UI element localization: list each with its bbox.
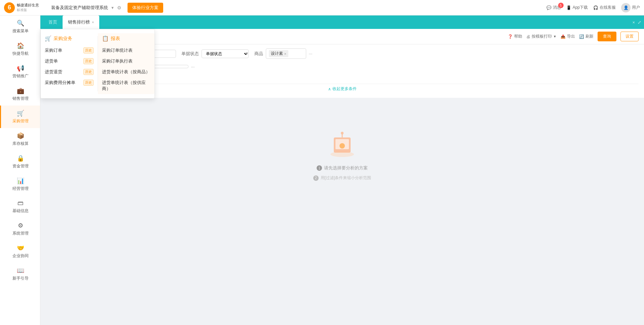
sidebar-label-search: 搜索菜单 <box>12 28 29 34</box>
top-bar: 6 畅捷通好生意 标准版 装备及固定资产辅助管理系统 ▼ ⚙ 体验行业方案 💬 … <box>0 0 644 15</box>
sidebar-label-sales: 销售管理 <box>12 96 29 101</box>
sidebar-label-system: 系统管理 <box>12 231 29 236</box>
report-header-icon: 📋 <box>102 35 109 42</box>
sidebar-item-sales[interactable]: 💼 销售管理 <box>0 83 40 106</box>
sidebar-label-capital: 资金管理 <box>12 163 29 169</box>
purchase-header: 🛒 采购业务 <box>45 33 94 45</box>
sidebar-item-operation[interactable]: 📊 经营管理 <box>0 173 40 196</box>
user-item[interactable]: 👤 用户 <box>621 3 640 12</box>
settings-button[interactable]: 设置 <box>620 32 639 41</box>
hint1-number: 1 <box>317 165 322 171</box>
tab-home[interactable]: 首页 <box>43 15 63 29</box>
sidebar-item-marketing[interactable]: 📢 营销推广 <box>0 60 40 83</box>
sidebar-item-capital[interactable]: 🔒 资金管理 <box>0 151 40 173</box>
cart-icon: 🛒 <box>17 110 24 117</box>
dropdown-cols: 🛒 采购业务 采购订单 历史 进货单 历史 进货退货 历史 采购费用分摊单 历史 <box>41 33 154 94</box>
filter-status: 单据状态 单据状态 ▼ <box>181 49 249 58</box>
home-icon: 🏠 <box>17 42 24 49</box>
purchase-order-stats-label: 采购订单统计表 <box>102 47 133 53</box>
sidebar-label-basic: 基础信息 <box>12 208 29 214</box>
refresh-icon: 🔄 <box>579 34 584 39</box>
print-button[interactable]: 🖨 按模板打印 ▼ <box>526 34 557 39</box>
system-title-text: 装备及固定资产辅助管理系统 <box>51 5 108 11</box>
empty-illustration <box>325 127 359 161</box>
hint2-text: 用[过滤]条件来缩小分析范围 <box>321 175 371 181</box>
goods-label: 商品 <box>254 51 263 57</box>
help-icon: ❓ <box>508 34 513 39</box>
purchase-order-stats-item[interactable]: 采购订单统计表 <box>102 45 151 56</box>
settings-icon[interactable]: ⚙ <box>117 5 121 10</box>
export-label: 导出 <box>567 34 575 39</box>
purchase-return-item[interactable]: 进货退货 历史 <box>45 67 94 77</box>
purchase-return-label: 进货退货 <box>45 69 62 75</box>
app-download-item[interactable]: 📱 App下载 <box>566 5 588 10</box>
box-icon: 📦 <box>17 132 24 139</box>
purchase-order-exec-item[interactable]: 采购订单执行表 <box>102 56 151 67</box>
purchase-header-label: 采购业务 <box>53 36 72 42</box>
purchase-expense-history: 历史 <box>83 80 94 86</box>
collapse-icon: ∧ <box>328 87 331 91</box>
service-label: 在线客服 <box>600 5 616 10</box>
help-label: 帮助 <box>514 34 522 39</box>
receipt-stats-goods-item[interactable]: 进货单统计表（按商品） <box>102 67 151 77</box>
sidebar-item-purchase[interactable]: 🛒 采购管理 <box>0 106 40 128</box>
notification-item[interactable]: 💬 消息 5 <box>546 5 561 10</box>
report-header: 📋 报表 <box>102 33 151 45</box>
sidebar-item-search[interactable]: 🔍 搜索菜单 <box>0 15 40 38</box>
user-label: 用户 <box>632 5 640 10</box>
help-button[interactable]: ❓ 帮助 <box>508 34 522 39</box>
empty-svg <box>325 127 359 161</box>
sidebar-item-system[interactable]: ⚙ 系统管理 <box>0 218 40 240</box>
filter-goods: 商品 设计素 × ··· <box>254 48 313 59</box>
tab-expand-area: × ⤢ <box>632 20 641 25</box>
top-right: 💬 消息 5 📱 App下载 🎧 在线客服 👤 用户 <box>546 3 640 12</box>
tab-bar: 首页 销售排行榜 × × ⤢ <box>40 15 644 29</box>
receipt-stats-supplier-label: 进货单统计表（按供应商） <box>102 80 151 92</box>
purchase-receipt-label: 进货单 <box>45 58 58 64</box>
window-expand-icon[interactable]: ⤢ <box>638 20 641 25</box>
dropdown-arrow-icon[interactable]: ▼ <box>111 6 114 10</box>
sidebar: 🔍 搜索菜单 🏠 快捷导航 📢 营销推广 💼 销售管理 🛒 采购管理 📦 库存核… <box>0 15 40 325</box>
report-col: 📋 报表 采购订单统计表 采购订单执行表 进货单统计表（按商品） 进货单统计表（… <box>98 33 155 94</box>
collapse-button[interactable]: ∧ 收起更多条件 <box>326 84 359 94</box>
goods-input[interactable]: 设计素 × <box>266 48 306 59</box>
purchase-order-exec-label: 采购订单执行表 <box>102 58 133 64</box>
query-button[interactable]: 查询 <box>598 32 616 41</box>
sidebar-item-enterprise[interactable]: 🤝 企业协同 <box>0 240 40 263</box>
trial-button[interactable]: 体验行业方案 <box>128 3 163 13</box>
purchase-order-item[interactable]: 采购订单 历史 <box>45 45 94 56</box>
tab-close-icon[interactable]: × <box>92 20 94 24</box>
sidebar-item-guide[interactable]: 📖 新手引导 <box>0 263 40 285</box>
receipt-stats-supplier-item[interactable]: 进货单统计表（按供应商） <box>102 77 151 94</box>
empty-state: 1 请先选择要分析的方案 2 用[过滤]条件来缩小分析范围 <box>40 100 644 208</box>
sidebar-item-inventory[interactable]: 📦 库存核算 <box>0 128 40 151</box>
salesman-more-icon[interactable]: ··· <box>191 64 195 69</box>
search-icon: 🔍 <box>17 19 24 27</box>
megaphone-icon: 📢 <box>17 65 24 72</box>
online-service-item[interactable]: 🎧 在线客服 <box>593 5 616 10</box>
empty-hint1: 1 请先选择要分析的方案 <box>317 165 368 171</box>
sidebar-item-quicknav[interactable]: 🏠 快捷导航 <box>0 38 40 60</box>
goods-more-icon[interactable]: ··· <box>309 51 313 56</box>
refresh-button[interactable]: 🔄 刷新 <box>579 34 594 39</box>
purchase-expense-label: 采购费用分摊单 <box>45 80 75 86</box>
sidebar-label-operation: 经营管理 <box>12 186 29 192</box>
purchase-expense-item[interactable]: 采购费用分摊单 历史 <box>45 77 94 88</box>
gear-icon: ⚙ <box>18 222 23 229</box>
tab-sales-rank[interactable]: 销售排行榜 × <box>63 15 99 29</box>
status-select[interactable]: 单据状态 <box>202 49 249 58</box>
sidebar-item-basic[interactable]: 🗃 基础信息 <box>0 196 40 218</box>
receipt-stats-goods-label: 进货单统计表（按商品） <box>102 69 150 75</box>
purchase-order-label: 采购订单 <box>45 47 62 53</box>
export-button[interactable]: 📤 导出 <box>561 34 575 39</box>
sidebar-label-guide: 新手引导 <box>12 276 29 281</box>
tab-sales-rank-label: 销售排行榜 <box>68 19 90 25</box>
goods-tag-close[interactable]: × <box>284 52 286 56</box>
window-close-icon[interactable]: × <box>632 20 635 25</box>
export-icon: 📤 <box>561 34 566 39</box>
purchase-return-history: 历史 <box>83 69 94 75</box>
purchase-receipt-item[interactable]: 进货单 历史 <box>45 56 94 67</box>
svg-point-3 <box>339 143 345 149</box>
purchase-business-col: 🛒 采购业务 采购订单 历史 进货单 历史 进货退货 历史 采购费用分摊单 历史 <box>41 33 98 94</box>
system-title: 装备及固定资产辅助管理系统 ▼ ⚙ 体验行业方案 <box>51 3 546 13</box>
